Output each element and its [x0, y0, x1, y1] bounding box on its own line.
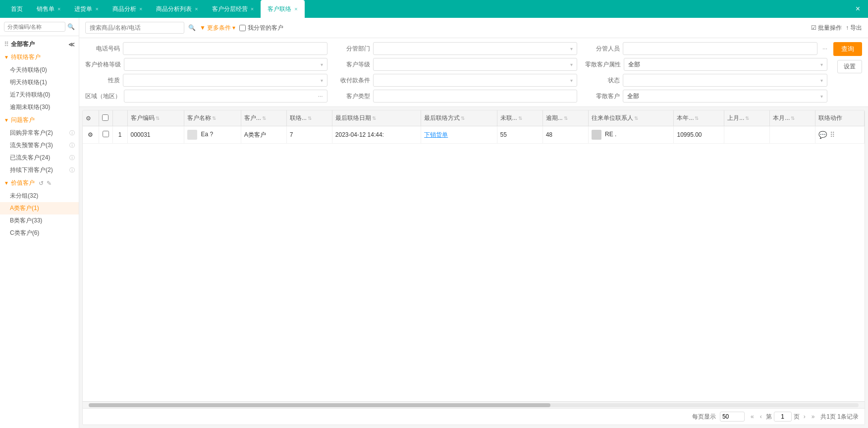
type-col-header[interactable]: 客户...⇅: [241, 110, 286, 126]
close-contact-tab[interactable]: ×: [294, 6, 297, 12]
query-settings-col: 查询 设置: [827, 42, 862, 103]
close-sales-tab[interactable]: ×: [57, 6, 60, 12]
sidebar-item-declining[interactable]: 持续下滑客户(2) ⓘ: [0, 164, 79, 176]
per-page-input[interactable]: [720, 412, 745, 422]
sidebar-item-today-pending[interactable]: 今天待联络(0): [0, 64, 79, 76]
export-btn[interactable]: ↑ 导出: [846, 24, 862, 32]
info-icon-declining: ⓘ: [69, 166, 75, 174]
nav-purchase[interactable]: 进货单 ×: [67, 0, 105, 18]
retail-attr-select[interactable]: 全部 ▾: [624, 58, 827, 71]
region-dots-icon[interactable]: ···: [318, 93, 323, 100]
nav-product-analysis-list[interactable]: 商品分析列表 ×: [149, 0, 205, 18]
last-page-btn[interactable]: »: [810, 413, 817, 421]
next-page-btn[interactable]: ›: [802, 413, 808, 421]
last-date-sort-icon: ⇅: [372, 115, 376, 121]
dept-select[interactable]: ▾: [373, 42, 578, 55]
horizontal-scrollbar[interactable]: [83, 401, 865, 408]
unit-contact-col-header[interactable]: 往来单位联系人⇅: [588, 110, 674, 126]
nav-customer-segment[interactable]: 客户分层经营 ×: [205, 0, 261, 18]
dept-chevron-icon: ▾: [570, 46, 573, 52]
row-code: 000031: [127, 126, 184, 144]
scrollbar-thumb[interactable]: [89, 403, 550, 407]
payment-select[interactable]: ▾: [373, 74, 578, 87]
sidebar-value-section[interactable]: ▼ 价值客户 ↺ ✎: [0, 176, 79, 190]
last-way-link[interactable]: 下销货单: [424, 131, 448, 138]
sidebar-item-b-class[interactable]: B类客户(33): [0, 214, 79, 227]
contacts-sort-icon: ⇅: [308, 115, 312, 121]
check-col-header[interactable]: [99, 110, 112, 126]
no-contact-col-header[interactable]: 未联...⇅: [497, 110, 542, 126]
unit-contact-avatar: [592, 130, 601, 140]
phone-input[interactable]: [123, 42, 327, 55]
action-more-icon[interactable]: ⠿: [830, 131, 835, 139]
close-product-list-tab[interactable]: ×: [195, 6, 198, 12]
last-way-col-header[interactable]: 最后联络方式⇅: [421, 110, 497, 126]
sidebar-item-7day-pending[interactable]: 近7天待联络(0): [0, 89, 79, 101]
manager-more-icon[interactable]: ···: [822, 45, 827, 52]
this-month-col-header[interactable]: 本月...⇅: [770, 110, 815, 126]
region-select[interactable]: ···: [124, 90, 327, 103]
sidebar-problem-section[interactable]: ▼ 问题客户: [0, 113, 79, 127]
page-number-input[interactable]: [774, 412, 792, 422]
main-search-icon[interactable]: 🔍: [188, 24, 196, 31]
nature-select[interactable]: ▾: [123, 74, 327, 87]
sidebar-search-icon[interactable]: 🔍: [67, 23, 75, 30]
sidebar-item-churned[interactable]: 已流失客户(24) ⓘ: [0, 152, 79, 164]
sidebar-item-churn-warning[interactable]: 流失预警客户(3) ⓘ: [0, 139, 79, 152]
more-conditions-btn[interactable]: ▼ 更多条件 ▾: [200, 24, 235, 32]
row-check[interactable]: [99, 126, 112, 144]
first-page-btn[interactable]: «: [749, 413, 756, 421]
customer-grade-select[interactable]: ▾: [373, 58, 578, 71]
select-all-checkbox[interactable]: [102, 114, 108, 121]
close-all-btn[interactable]: ×: [852, 4, 864, 13]
page-of-label: 页: [794, 413, 800, 421]
sidebar-item-ungrouped[interactable]: 未分组(32): [0, 190, 79, 202]
price-grade-select[interactable]: ▾: [124, 58, 327, 71]
sidebar-item-tomorrow-pending[interactable]: 明天待联络(1): [0, 76, 79, 89]
settings-btn[interactable]: 设置: [837, 60, 862, 73]
nav-sales[interactable]: 销售单 ×: [30, 0, 67, 18]
nav-home[interactable]: 首页: [4, 0, 30, 18]
name-col-header[interactable]: 客户名称⇅: [184, 110, 241, 126]
my-customers-filter[interactable]: 我分管的客户: [239, 24, 283, 32]
sidebar-pending-section[interactable]: ▼ 待联络客户: [0, 51, 79, 64]
gear-col-header[interactable]: ⚙: [83, 110, 99, 126]
data-table: ⚙ 客户编码⇅ 客户名称⇅ 客户...⇅ 联络...⇅ 最后联络日期⇅ 最后联络…: [83, 110, 865, 144]
batch-op-btn[interactable]: ☑ 批量操作: [811, 24, 842, 32]
sidebar-item-c-class[interactable]: C类客户(6): [0, 227, 79, 239]
prev-page-btn[interactable]: ‹: [758, 413, 764, 421]
retail-customer-select[interactable]: 全部 ▾: [623, 90, 827, 103]
customer-type-select[interactable]: [373, 90, 578, 103]
batch-icon: ☑: [811, 24, 816, 31]
nav-customer-contact[interactable]: 客户联络 ×: [261, 0, 304, 18]
last-date-col-header[interactable]: 最后联络日期⇅: [332, 110, 421, 126]
query-btn[interactable]: 查询: [833, 42, 862, 56]
table-scroll[interactable]: ⚙ 客户编码⇅ 客户名称⇅ 客户...⇅ 联络...⇅ 最后联络日期⇅ 最后联络…: [83, 110, 865, 401]
this-year-col-header[interactable]: 本年...⇅: [674, 110, 724, 126]
row-gear[interactable]: ⚙: [83, 126, 99, 144]
nav-product-analysis[interactable]: 商品分析 ×: [106, 0, 149, 18]
sidebar-collapse-icon[interactable]: ≪: [68, 41, 75, 48]
close-segment-tab[interactable]: ×: [251, 6, 254, 12]
manager-input[interactable]: [623, 42, 817, 55]
overdue-col-header[interactable]: 逾期...⇅: [542, 110, 588, 126]
status-select[interactable]: ▾: [623, 74, 827, 87]
row-checkbox[interactable]: [103, 131, 109, 137]
close-purchase-tab[interactable]: ×: [95, 6, 98, 12]
table-row: ⚙ 1 000031 Ea ? A类客户 7 2023-04-12 14:44:: [83, 126, 865, 144]
sidebar-item-repurchase-abnormal[interactable]: 回购异常客户(2) ⓘ: [0, 127, 79, 139]
sidebar-item-a-class[interactable]: A类客户(1): [0, 202, 79, 214]
close-product-analysis-tab[interactable]: ×: [139, 6, 142, 12]
last-month-col-header[interactable]: 上月...⇅: [724, 110, 770, 126]
no-contact-sort-icon: ⇅: [518, 115, 522, 121]
scrollbar-track: [89, 403, 859, 407]
action-chat-icon[interactable]: 💬: [818, 131, 827, 139]
main-search-input[interactable]: [85, 22, 184, 34]
sidebar-item-overdue-contact[interactable]: 逾期未联络(30): [0, 101, 79, 113]
contacts-col-header[interactable]: 联络...⇅: [286, 110, 332, 126]
my-customers-checkbox[interactable]: [239, 25, 246, 31]
code-col-header[interactable]: 客户编码⇅: [127, 110, 184, 126]
sidebar-search-input[interactable]: [4, 22, 65, 32]
edit-icon[interactable]: ✎: [47, 180, 52, 187]
refresh-icon[interactable]: ↺: [39, 180, 44, 187]
